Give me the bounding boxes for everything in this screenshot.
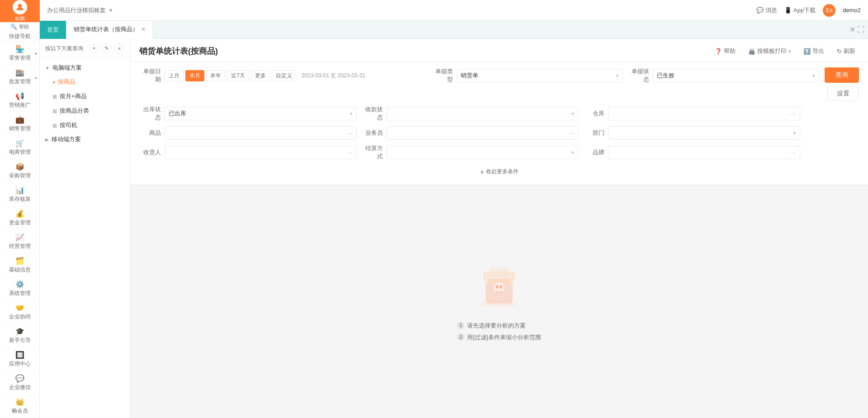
collapse-filters-btn[interactable]: ∧ 收起更多条件 (139, 164, 859, 179)
product-dots[interactable]: ··· (347, 129, 353, 137)
breadcrumb-arrow[interactable]: ▾ (109, 7, 113, 14)
brand-dots[interactable]: ··· (791, 149, 796, 156)
tree-parent-desktop[interactable]: ▼ 电脑端方案 (40, 61, 130, 75)
add-scheme-btn[interactable]: + (89, 43, 99, 53)
sidebar-item-basic[interactable]: 🗂️ 基础信息 (0, 253, 40, 277)
quick-nav-label: 快捷导航 (9, 33, 31, 40)
filter-col-payment: 结算方式 ▾ (361, 144, 579, 161)
department-control[interactable]: ▾ (608, 126, 800, 140)
tab-home[interactable]: 首页 (40, 21, 66, 39)
receiver-label: 收货人 (139, 148, 165, 157)
tree-child-by-product[interactable]: ● 按商品 (40, 75, 130, 89)
template-print-btn[interactable]: 🖨️ 按模板打印 ▾ (745, 45, 794, 57)
app-download-btn[interactable]: 📱 App下载 (784, 6, 816, 14)
refresh-icon: ↻ (837, 48, 842, 55)
tree-parent-mobile[interactable]: ▶ 移动端方案 (40, 133, 130, 146)
sidebar-item-marketing[interactable]: 📢 营销推广 (0, 89, 40, 112)
warehouse-control[interactable]: ··· (608, 107, 800, 120)
salesperson-control[interactable]: ··· (387, 126, 579, 140)
search-menu-item[interactable]: 🔍 帮助 (0, 22, 40, 32)
download-icon: 📱 (784, 7, 792, 14)
template-print-label: 按模板打印 (757, 47, 787, 55)
quick-nav-item[interactable]: 快捷导航 (0, 32, 40, 42)
department-label: 部门 (583, 129, 608, 137)
filter-col-receipt-status: 收款状态 ▾ (361, 105, 579, 122)
warehouse-dots[interactable]: ··· (791, 110, 796, 117)
help-btn[interactable]: ❓ 帮助 (711, 45, 739, 57)
logo[interactable]: 标腾 (0, 0, 40, 22)
breadcrumb-area: 办公用品行业模拟账套 ▾ (47, 6, 113, 14)
retail-icon: 🏪 (15, 45, 24, 53)
sidebar-item-system[interactable]: ⚙️ 系统管理 (0, 277, 40, 300)
tree-child-by-driver[interactable]: ▦ 按司机 (40, 118, 130, 133)
user-avatar[interactable]: Ea (823, 4, 835, 17)
sidebar: 标腾 🔍 帮助 快捷导航 🏪 零售管理 ▾ 🏬 批发管理 ▴ 📢 营销推广 💼 … (0, 0, 40, 418)
filter-row-4: 收货人 ··· 结算方式 ▾ 品牌 (139, 144, 859, 161)
salesperson-dots[interactable]: ··· (569, 129, 575, 137)
doc-status-arrow: ▾ (812, 73, 815, 79)
sidebar-item-ecommerce[interactable]: 🛒 电商管理 (0, 136, 40, 159)
filter-row-3: 商品 ··· 业务员 ··· 部门 (139, 126, 859, 140)
doc-status-value: 已生效 (657, 71, 812, 80)
sidebar-item-wholesale[interactable]: 🏬 批发管理 ▴ (0, 65, 40, 89)
ops-icon: 📈 (15, 233, 24, 242)
sidebar-item-ops[interactable]: 📈 经营管理 (0, 230, 40, 253)
tree-label-mobile: 移动端方案 (52, 135, 81, 143)
receipt-status-control[interactable]: ▾ (387, 107, 579, 120)
date-btn-this-month[interactable]: 本月 (185, 70, 204, 81)
logo-text: 标腾 (15, 15, 25, 22)
sidebar-item-purchase[interactable]: 📦 采购管理 (0, 159, 40, 183)
collapse-panel-btn[interactable]: « (114, 43, 124, 53)
tab-close-btn[interactable]: ✕ (141, 26, 146, 33)
doc-type-control[interactable]: 销货单 ▾ (457, 69, 623, 82)
export-label: 导出 (812, 47, 824, 55)
close-window-btn[interactable]: ✕ (849, 25, 855, 34)
sidebar-item-finance[interactable]: 💰 资金管理 (0, 206, 40, 230)
receiver-dots[interactable]: ··· (347, 149, 353, 156)
app-download-label: App下载 (793, 6, 816, 14)
tree-child-by-month-product[interactable]: ▦ 按月+商品 (40, 89, 130, 104)
sidebar-item-wechat[interactable]: 💬 企业微信 (0, 371, 40, 394)
search-icon: 🔍 (10, 24, 17, 30)
scheme-icon-1: ▦ (52, 94, 57, 100)
left-panel-header: 按以下方案查询 + ✎ « (40, 39, 130, 57)
tree-child-by-category[interactable]: ▦ 按商品分类 (40, 104, 130, 118)
receiver-control[interactable]: ··· (165, 146, 357, 159)
tab-sales-stat[interactable]: 销货单统计表（按商品） ✕ (66, 21, 153, 39)
out-status-control[interactable]: 已出库 ▾ (165, 107, 357, 120)
sidebar-item-retail[interactable]: 🏪 零售管理 ▾ (0, 42, 40, 65)
payment-control[interactable]: ▾ (387, 146, 579, 159)
date-btn-custom[interactable]: 自定义 (272, 70, 296, 81)
message-btn[interactable]: 💬 消息 (756, 6, 777, 14)
svg-point-0 (18, 4, 21, 8)
filter-col-doc-type: 单据类型 销货单 ▾ (431, 67, 623, 84)
settings-btn[interactable]: 设置 (827, 86, 859, 101)
brand-control[interactable]: ··· (608, 146, 800, 159)
department-arrow: ▾ (793, 130, 796, 136)
date-btn-last-month[interactable]: 上月 (165, 70, 184, 81)
doc-status-control[interactable]: 已生效 ▾ (653, 69, 819, 82)
sidebar-item-tutorial[interactable]: 🎓 新手引导 (0, 324, 40, 347)
date-btn-7days[interactable]: 近7天 (227, 70, 249, 81)
date-btn-more[interactable]: 更多 (251, 70, 270, 81)
sidebar-item-apps[interactable]: 🔲 应用中心 (0, 347, 40, 371)
member-icon: 👑 (15, 398, 24, 406)
help-label: 帮助 (724, 47, 736, 55)
export-btn[interactable]: ⬆️ 导出 (800, 45, 828, 57)
sidebar-item-sales[interactable]: 💼 销售管理 (0, 112, 40, 136)
filter-col-department: 部门 ▾ (583, 126, 800, 140)
edit-scheme-btn[interactable]: ✎ (102, 43, 112, 53)
sidebar-item-enterprise[interactable]: 🤝 企业协同 (0, 300, 40, 324)
date-btn-this-year[interactable]: 本年 (206, 70, 225, 81)
query-btn[interactable]: 查询 (825, 67, 859, 83)
refresh-btn[interactable]: ↻ 刷新 (833, 45, 859, 57)
product-control[interactable]: ··· (165, 126, 357, 140)
sidebar-item-member[interactable]: 👑 畅会员 (0, 394, 40, 418)
filter-col-out-status: 出库状态 已出库 ▾ (139, 105, 357, 122)
sidebar-item-inventory[interactable]: 📊 库存核算 (0, 183, 40, 206)
filter-col-doc-status: 单据状态 已生效 ▾ (627, 67, 819, 84)
doc-type-value: 销货单 (461, 71, 616, 80)
filter-row-1: 单据日期 上月 本月 本年 近7天 更多 自定义 2023-03-01 至 20… (139, 67, 859, 101)
tree-label-desktop: 电脑端方案 (52, 64, 82, 72)
maximize-btn[interactable]: ⛶ (857, 26, 864, 34)
